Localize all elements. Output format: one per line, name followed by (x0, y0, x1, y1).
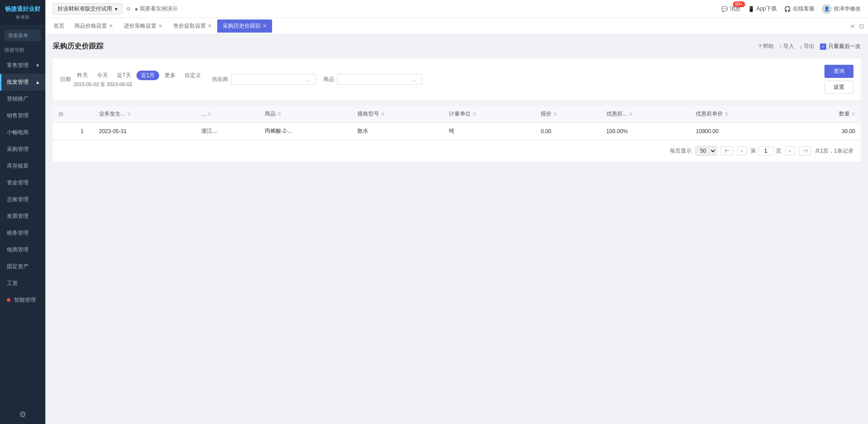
sidebar-item-purchase[interactable]: 采购管理 (0, 141, 45, 158)
close-icon[interactable]: ✕ (158, 23, 162, 29)
page-total: 共1页，1条记录 (815, 147, 853, 155)
minimize-icon[interactable]: ✕ (850, 23, 855, 30)
date-today[interactable]: 今天 (93, 71, 112, 80)
page-next-button[interactable]: › (785, 146, 795, 155)
search-menu-button[interactable]: 搜索菜单 (5, 30, 41, 41)
td-num: 1 (71, 123, 93, 140)
export-link[interactable]: ↓ 导出 (800, 43, 814, 50)
page-size-label: 每页显示 (670, 147, 692, 155)
top-header: 好业财标准版交付试用 ▾ ⚙ ● 我要看实例演示 💬 消息 99+ 📱 App下… (45, 0, 868, 18)
date-filter: 日期 昨天 今天 近7天 近1月 更多 自定义 2023-05-02 至 202… (60, 71, 205, 88)
sort-icon-quantity[interactable]: ⇅ (852, 111, 855, 116)
sort-icon-unit-price[interactable]: ⇅ (725, 111, 728, 116)
close-icon[interactable]: ✕ (109, 23, 113, 29)
sidebar-search-area[interactable]: 搜索菜单 (0, 26, 45, 45)
dropdown-icon: ▾ (115, 6, 117, 12)
close-icon[interactable]: ✕ (263, 23, 267, 29)
settings-icon[interactable]: ⚙ (19, 410, 26, 419)
demo-link[interactable]: ● 我要看实例演示 (135, 5, 178, 13)
quick-nav-button[interactable]: 快捷导航 (5, 47, 41, 53)
help-link[interactable]: ? 帮助 (758, 43, 774, 50)
tab-sale-price[interactable]: 售价提取设置 ✕ (168, 19, 217, 33)
sidebar-item-finance[interactable]: 资金管理 (0, 174, 45, 191)
td-price: 0.00 (535, 123, 600, 140)
date-7days[interactable]: 近7天 (113, 71, 135, 80)
sidebar-item-inventory[interactable]: 库存核算 (0, 158, 45, 174)
supplier-input[interactable] (235, 76, 303, 82)
sidebar-item-salary[interactable]: 工资 (0, 275, 45, 292)
page-prev-button[interactable]: ‹ (737, 146, 747, 155)
quick-nav-area[interactable]: 快捷导航 (0, 45, 45, 57)
sidebar-item-ecommerce[interactable]: 电商管理 (0, 241, 45, 258)
sidebar-item-ledger[interactable]: 总账管理 (0, 191, 45, 208)
message-badge: 99+ (733, 1, 745, 7)
notification-dot (7, 298, 10, 302)
sort-icon-discount[interactable]: ⇅ (629, 111, 633, 116)
messages-button[interactable]: 💬 消息 99+ (721, 5, 741, 13)
supplier-input-container[interactable]: ... (231, 74, 316, 85)
sort-icon-price[interactable]: ⇅ (553, 111, 557, 116)
table-body: 1 2023-05-31 浙江... 丙烯酸-2-... 散水 (53, 123, 861, 140)
sort-icon-goods[interactable]: ⇅ (278, 111, 281, 116)
supplier-filter: 供应商 ... (212, 74, 316, 85)
table-settings-icon[interactable]: ⚙ (58, 111, 64, 118)
tab-purchase-history[interactable]: 采购历史价跟踪 ✕ (217, 19, 272, 33)
app-download-button[interactable]: 📱 App下载 (748, 5, 777, 13)
th-num (71, 106, 93, 123)
page-size-select[interactable]: 50 (695, 146, 717, 156)
online-service-button[interactable]: 🎧 在线客服 (784, 5, 814, 13)
tab-home[interactable]: 首页 (49, 19, 69, 33)
import-link[interactable]: ↑ 导入 (779, 43, 794, 50)
supplier-label: 供应商 (212, 76, 228, 83)
sidebar-item-ecommerce-small[interactable]: 小畅电商 (0, 124, 45, 141)
goods-input[interactable] (341, 76, 409, 82)
page-header: 采购历史价跟踪 ? 帮助 ↑ 导入 ↓ 导出 ✓ 只 (53, 42, 861, 51)
sidebar-item-ai[interactable]: 智能管理 (0, 292, 45, 308)
th-more: ... ⇅ (196, 106, 259, 123)
th-goods: 商品 ⇅ (259, 106, 352, 123)
settings-gear-icon[interactable]: ⚙ (126, 6, 131, 12)
sidebar-item-retail[interactable]: 零售管理 ▼ (0, 57, 45, 74)
supplier-more-icon[interactable]: ... (303, 76, 312, 83)
goods-more-icon[interactable]: ... (409, 76, 418, 83)
page-first-button[interactable]: ⊢ (721, 146, 733, 155)
tab-purchase-strategy[interactable]: 进价策略设置 ✕ (118, 19, 168, 33)
date-1month[interactable]: 近1月 (137, 71, 160, 80)
table-container: ⚙ 业务发生... ⇅ ... ⇅ (53, 106, 861, 161)
sidebar-item-assets[interactable]: 固定资产 (0, 258, 45, 275)
sort-icon-more[interactable]: ⇅ (208, 111, 211, 116)
td-unit: 吨 (444, 123, 535, 140)
page-input-wrap: 第 页 (751, 146, 781, 155)
goods-input-container[interactable]: ... (337, 74, 422, 85)
date-custom[interactable]: 自定义 (181, 71, 205, 80)
goods-label: 商品 (323, 76, 334, 83)
user-info[interactable]: 👤 徐泽华修改 (822, 4, 861, 14)
only-last-checkbox-label[interactable]: ✓ 只看最后一次 (820, 43, 861, 50)
sort-icon-unit[interactable]: ⇅ (473, 111, 476, 116)
sidebar-item-sales[interactable]: 销售管理 (0, 107, 45, 124)
sidebar-item-tax[interactable]: 税务管理 (0, 225, 45, 241)
sort-icon-spec[interactable]: ⇅ (381, 111, 385, 116)
query-button[interactable]: 查询 (824, 65, 853, 78)
sort-icon[interactable]: ⇅ (127, 111, 131, 116)
td-settings (53, 123, 71, 140)
close-icon[interactable]: ✕ (208, 23, 212, 29)
page-input[interactable] (758, 146, 774, 155)
sidebar-item-wholesale[interactable]: 批发管理 ▲ (0, 74, 45, 91)
td-more: 浙江... (196, 123, 259, 140)
th-date-label: 业务发生... (99, 110, 125, 118)
product-selector[interactable]: 好业财标准版交付试用 ▾ (53, 3, 122, 14)
td-date: 2023-05-31 (93, 123, 196, 140)
date-label: 日期 (60, 76, 71, 83)
settings-button[interactable]: 设置 (824, 81, 853, 94)
date-yesterday[interactable]: 昨天 (73, 71, 92, 80)
date-more[interactable]: 更多 (161, 71, 179, 80)
page-last-button[interactable]: ⊣ (799, 146, 811, 155)
sidebar-item-invoice[interactable]: 发票管理 (0, 208, 45, 225)
import-icon: ↑ (779, 43, 782, 50)
maximize-icon[interactable]: ⊡ (859, 23, 864, 30)
tab-product-price[interactable]: 商品价格设置 ✕ (69, 19, 118, 33)
th-date: 业务发生... ⇅ (93, 106, 196, 123)
sidebar-item-marketing[interactable]: 营销推广 (0, 91, 45, 107)
mobile-icon: 📱 (748, 6, 755, 12)
